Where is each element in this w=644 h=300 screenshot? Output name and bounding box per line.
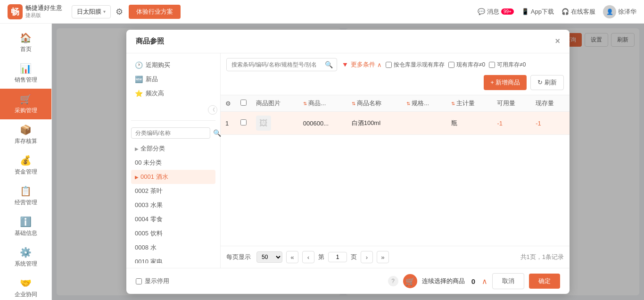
basic-icon: ℹ️ <box>20 216 32 227</box>
add-product-button[interactable]: + 新增商品 <box>484 75 527 90</box>
checkbox-available[interactable] <box>489 62 495 68</box>
sidebar-item-sales[interactable]: 📊 销售管理 <box>0 58 51 89</box>
cat-item-00[interactable]: 00 未分类 <box>131 156 215 170</box>
cat-search-row: 🔍 <box>126 125 220 142</box>
th-img-label: 商品图片 <box>256 100 281 107</box>
th-available-label: 可用量 <box>497 100 515 107</box>
cancel-button[interactable]: 取消 <box>492 273 524 289</box>
th-settings[interactable]: ⚙ <box>221 95 236 112</box>
collapse-cart-icon[interactable]: ∧ <box>482 277 487 286</box>
cat-item-0004[interactable]: 0004 零食 <box>131 212 215 226</box>
last-page-btn[interactable]: » <box>377 251 389 263</box>
cat-item-all[interactable]: ▶ 全部分类 <box>131 142 215 156</box>
sort-name-icon: ⇅ <box>352 101 355 106</box>
sidebar-item-basic[interactable]: ℹ️ 基础信息 <box>0 211 51 242</box>
quick-link-frequent[interactable]: ⭐ 频次高 <box>131 86 215 100</box>
sidebar-item-system[interactable]: ⚙️ 系统管理 <box>0 242 51 273</box>
sidebar-item-inventory[interactable]: 📦 库存核算 <box>0 119 51 150</box>
nav-select[interactable]: 日太阳膜 ▾ <box>72 5 111 18</box>
trial-button[interactable]: 体验行业方案 <box>129 5 181 19</box>
cell-stock: -1 <box>531 112 570 135</box>
table-row[interactable]: 1 🖼 000600... 白酒100ml <box>221 112 570 135</box>
cat-search-btn[interactable]: 🔍 <box>213 129 221 137</box>
checkbox-available-label[interactable]: 可用库存≠0 <box>489 61 526 69</box>
checkbox-warehouse-text: 按仓库显示现有库存 <box>394 61 445 69</box>
cat-item-0001[interactable]: ▶ 0001 酒水 <box>131 170 215 184</box>
refresh-button[interactable]: ↻ 刷新 <box>530 75 564 90</box>
dialog-title: 商品参照 <box>136 37 164 46</box>
first-page-btn[interactable]: « <box>286 251 298 263</box>
th-spec[interactable]: ⇅ 规格... <box>402 95 446 112</box>
cart-button[interactable]: 🛒 <box>403 274 417 288</box>
cart-label-text: 连续选择的商品 <box>422 277 465 285</box>
message-item[interactable]: 💬 消息 99+ <box>478 8 514 16</box>
star-icon: ⭐ <box>135 90 143 97</box>
show-disabled-checkbox[interactable] <box>136 278 142 284</box>
checkbox-warehouse[interactable] <box>386 62 392 68</box>
select-all-checkbox[interactable] <box>240 100 247 106</box>
online-service-item[interactable]: 🎧 在线客服 <box>561 8 595 16</box>
username: 徐泽华 <box>618 8 636 16</box>
app-download-item[interactable]: 📱 App下载 <box>521 8 554 16</box>
all-arrow-icon: ▶ <box>135 146 139 151</box>
user-area[interactable]: 👤 徐泽华 <box>603 5 636 18</box>
dialog-body: 🕐 近期购买 🆕 新品 ⭐ 频次高 <box>126 53 570 268</box>
checkbox-stock-text: 现有库存≠0 <box>456 61 485 69</box>
dialog-header: 商品参照 × <box>126 30 570 53</box>
topnav: 畅 畅捷通好生意 捷易版 日太阳膜 ▾ ⚙ 体验行业方案 💬 消息 99+ 📱 … <box>0 0 644 24</box>
message-label: 消息 <box>487 8 499 16</box>
th-unit[interactable]: ⇅ 主计量 <box>446 95 493 112</box>
gear-icon[interactable]: ⚙ <box>116 7 123 17</box>
help-icon[interactable]: ? <box>388 276 398 286</box>
nav-dropdown-icon: ▾ <box>103 9 106 14</box>
show-disabled-label[interactable]: 显示停用 <box>136 277 169 285</box>
logo-sub: 捷易版 <box>25 12 62 19</box>
cat-item-0005[interactable]: 0005 饮料 <box>131 226 215 241</box>
sidebar-item-home[interactable]: 🏠 首页 <box>0 27 51 58</box>
th-code[interactable]: ⇅ 商品... <box>298 95 347 112</box>
sort-unit-icon: ⇅ <box>451 101 455 106</box>
app-body: 🏠 首页 📊 销售管理 🛒 采购管理 📦 库存核算 💰 资金管理 📋 经营管理 … <box>0 24 644 300</box>
cat-label-0001: 0001 酒水 <box>140 173 168 181</box>
checkbox-warehouse-label[interactable]: 按仓库显示现有库存 <box>386 61 445 69</box>
sidebar-item-collab[interactable]: 🤝 企业协同 <box>0 273 51 300</box>
table-header-row: ⚙ 商品图片 <box>221 95 570 112</box>
page-input[interactable] <box>328 252 347 262</box>
message-badge: 99+ <box>501 8 514 15</box>
search-input[interactable] <box>227 59 321 70</box>
sidebar-label-inventory: 库存核算 <box>15 137 37 145</box>
cat-label-0004: 0004 零食 <box>135 215 163 224</box>
logo-text: 畅捷通好生意 <box>25 4 62 12</box>
cat-item-0010[interactable]: 0010 家电 <box>131 255 215 263</box>
confirm-button[interactable]: 确定 <box>529 274 560 289</box>
home-icon: 🏠 <box>20 32 32 43</box>
sidebar-label-sales: 销售管理 <box>15 76 37 84</box>
row-checkbox[interactable] <box>240 119 247 125</box>
cat-label-0008: 0008 水 <box>135 243 157 252</box>
cell-spec <box>402 112 446 135</box>
checkbox-stock-label[interactable]: 现有库存≠0 <box>448 61 485 69</box>
sidebar-item-finance[interactable]: 💰 资金管理 <box>0 150 51 181</box>
th-name[interactable]: ⇅ 商品名称 <box>347 95 402 112</box>
logo-text-area: 畅捷通好生意 捷易版 <box>25 4 62 19</box>
close-icon[interactable]: × <box>555 36 560 46</box>
search-button[interactable]: 🔍 <box>321 58 337 71</box>
cell-name: 白酒100ml <box>347 112 402 135</box>
cat-item-0002[interactable]: 0002 茶叶 <box>131 184 215 198</box>
sidebar-item-purchase[interactable]: 🛒 采购管理 <box>0 89 51 119</box>
checkbox-stock[interactable] <box>448 62 454 68</box>
cat-item-0008[interactable]: 0008 水 <box>131 241 215 255</box>
per-page-select[interactable]: 50 10 20 100 <box>256 251 282 263</box>
quick-link-new[interactable]: 🆕 新品 <box>131 72 215 86</box>
sort-spec-icon: ⇅ <box>406 101 410 106</box>
quick-link-recent[interactable]: 🕐 近期购买 <box>131 58 215 72</box>
prev-page-btn[interactable]: ‹ <box>302 251 314 263</box>
sidebar-item-operation[interactable]: 📋 经营管理 <box>0 181 51 211</box>
category-list: ▶ 全部分类 00 未分类 ▶ 0001 酒水 0002 茶 <box>126 142 220 263</box>
collapse-panel-btn[interactable]: 《 <box>208 105 217 115</box>
cat-item-0003[interactable]: 0003 水果 <box>131 198 215 212</box>
next-page-btn[interactable]: › <box>361 251 373 263</box>
filter-button[interactable]: 🔻 更多条件 ∧ <box>341 60 382 69</box>
cat-search-input[interactable] <box>131 127 210 139</box>
filter-arrow-icon: ∧ <box>377 61 382 68</box>
